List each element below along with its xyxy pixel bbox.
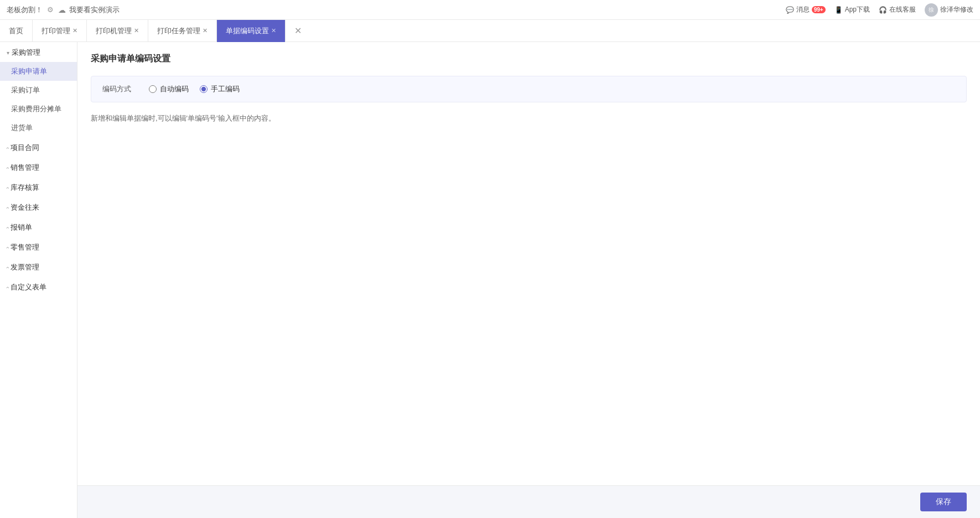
radio-auto-label: 自动编码	[160, 84, 189, 94]
message-button[interactable]: 💬 消息 99+	[786, 5, 826, 14]
content-area: 采购申请单编码设置 编码方式 自动编码 手工编码 新增和编辑单据编时,可以编辑'…	[77, 42, 980, 518]
tab-doc-code-label: 单据编码设置	[226, 26, 269, 36]
chevron-right-icon: ›	[4, 226, 11, 228]
content-inner: 采购申请单编码设置 编码方式 自动编码 手工编码 新增和编辑单据编时,可以编辑'…	[77, 42, 980, 485]
chevron-right-icon: ›	[4, 147, 11, 148]
tab-print-manage[interactable]: 打印管理 ✕	[33, 20, 87, 42]
tab-printer-manage[interactable]: 打印机管理 ✕	[87, 20, 148, 42]
sidebar-group-project-contract: › 项目合同	[0, 137, 77, 157]
sidebar-group-custom-form: › 自定义表单	[0, 277, 77, 297]
tab-print-task-close[interactable]: ✕	[203, 27, 208, 34]
topbar-left: 老板勿割！ ⚙ ☁ 我要看实例演示	[7, 5, 120, 15]
avatar: 徐	[925, 3, 938, 17]
cloud-icon: ☁	[58, 6, 66, 14]
sidebar-group-custom-form-title[interactable]: › 自定义表单	[0, 277, 77, 297]
close-all-tabs-button[interactable]: ✕	[290, 25, 306, 36]
chevron-down-icon: ▾	[7, 50, 9, 56]
app-download-label: App下载	[845, 5, 870, 14]
search-placeholder: 我要看实例演示	[69, 5, 120, 15]
chevron-right-icon: ›	[4, 206, 11, 208]
sidebar-item-purchase-request[interactable]: 采购申请单	[0, 62, 77, 81]
sidebar-item-stock-in[interactable]: 进货单	[0, 118, 77, 137]
tabbar: 首页 打印管理 ✕ 打印机管理 ✕ 打印任务管理 ✕ 单据编码设置 ✕ ✕	[0, 20, 980, 42]
sidebar-group-purchase-label: 采购管理	[12, 48, 40, 58]
sidebar-group-returns-title[interactable]: › 报销单	[0, 217, 77, 237]
sidebar: ▾ 采购管理 采购申请单 采购订单 采购费用分摊单 进货单 › 项目合同	[0, 42, 77, 518]
app-download-button[interactable]: 📱 App下载	[834, 5, 870, 14]
encoding-section: 编码方式 自动编码 手工编码	[91, 76, 967, 102]
chevron-right-icon: ›	[4, 187, 11, 188]
sidebar-group-invoice: › 发票管理	[0, 257, 77, 277]
online-support-label: 在线客服	[889, 5, 916, 14]
sidebar-group-sales: › 销售管理	[0, 157, 77, 177]
encoding-radio-group: 自动编码 手工编码	[149, 84, 240, 94]
radio-auto-encoding[interactable]: 自动编码	[149, 84, 189, 94]
radio-manual-label: 手工编码	[211, 84, 240, 94]
message-badge: 99+	[812, 6, 826, 13]
tab-print-manage-label: 打印管理	[42, 26, 70, 36]
radio-manual-input[interactable]	[200, 85, 208, 93]
tab-doc-code-close[interactable]: ✕	[271, 27, 276, 34]
sidebar-group-retail-title[interactable]: › 零售管理	[0, 237, 77, 257]
sidebar-group-invoice-label: 发票管理	[11, 262, 39, 272]
sidebar-group-returns: › 报销单	[0, 217, 77, 237]
app-download-icon: 📱	[834, 6, 843, 14]
sidebar-group-returns-label: 报销单	[11, 222, 32, 232]
radio-auto-input[interactable]	[149, 85, 157, 93]
sidebar-group-capital-title[interactable]: › 资金往来	[0, 197, 77, 217]
tab-print-task-label: 打印任务管理	[157, 26, 200, 36]
encoding-label: 编码方式	[102, 84, 131, 94]
sidebar-group-inventory: › 库存核算	[0, 177, 77, 197]
sidebar-group-inventory-title[interactable]: › 库存核算	[0, 177, 77, 197]
chevron-right-icon: ›	[4, 286, 11, 288]
page-title: 采购申请单编码设置	[91, 53, 967, 65]
tab-doc-code[interactable]: 单据编码设置 ✕	[217, 20, 286, 42]
sidebar-group-project-contract-title[interactable]: › 项目合同	[0, 137, 77, 157]
sidebar-group-purchase: ▾ 采购管理 采购申请单 采购订单 采购费用分摊单 进货单	[0, 42, 77, 137]
sidebar-group-invoice-title[interactable]: › 发票管理	[0, 257, 77, 277]
sidebar-group-capital-label: 资金往来	[11, 203, 39, 213]
sidebar-group-capital: › 资金往来	[0, 197, 77, 217]
tab-printer-manage-close[interactable]: ✕	[134, 27, 139, 34]
sidebar-group-retail-label: 零售管理	[11, 242, 39, 252]
tab-print-task[interactable]: 打印任务管理 ✕	[148, 20, 217, 42]
chevron-right-icon: ›	[4, 246, 11, 248]
main-layout: ▾ 采购管理 采购申请单 采购订单 采购费用分摊单 进货单 › 项目合同	[0, 42, 980, 518]
online-support-button[interactable]: 🎧 在线客服	[879, 5, 916, 14]
search-bar[interactable]: ☁ 我要看实例演示	[58, 5, 120, 15]
message-label: 消息	[796, 5, 810, 14]
chevron-right-icon: ›	[4, 266, 11, 268]
message-icon: 💬	[786, 6, 794, 14]
headset-icon: 🎧	[879, 6, 887, 14]
sidebar-group-purchase-title[interactable]: ▾ 采购管理	[0, 42, 77, 62]
topbar-right: 💬 消息 99+ 📱 App下载 🎧 在线客服 徐 徐泽华修改	[786, 3, 973, 17]
sidebar-group-sales-label: 销售管理	[11, 163, 39, 173]
sidebar-item-purchase-expense[interactable]: 采购费用分摊单	[0, 100, 77, 118]
user-name: 徐泽华修改	[940, 5, 973, 14]
sidebar-item-purchase-order[interactable]: 采购订单	[0, 81, 77, 100]
sidebar-group-retail: › 零售管理	[0, 237, 77, 257]
radio-manual-encoding[interactable]: 手工编码	[200, 84, 240, 94]
sidebar-group-sales-title[interactable]: › 销售管理	[0, 157, 77, 177]
chevron-right-icon: ›	[4, 167, 11, 168]
sidebar-group-custom-form-label: 自定义表单	[11, 282, 46, 292]
tab-home-label: 首页	[9, 26, 23, 36]
brand-label: 老板勿割！	[7, 5, 43, 15]
content-footer: 保存	[77, 485, 980, 518]
gear-icon[interactable]: ⚙	[47, 6, 54, 14]
tab-print-manage-close[interactable]: ✕	[72, 27, 77, 34]
sidebar-group-inventory-label: 库存核算	[11, 183, 39, 193]
topbar: 老板勿割！ ⚙ ☁ 我要看实例演示 💬 消息 99+ 📱 App下载 🎧 在线客…	[0, 0, 980, 20]
save-button[interactable]: 保存	[920, 493, 967, 511]
description-text: 新增和编辑单据编时,可以编辑'单编码号'输入框中的内容。	[91, 113, 967, 123]
user-menu[interactable]: 徐 徐泽华修改	[925, 3, 973, 17]
tab-home[interactable]: 首页	[0, 20, 33, 42]
sidebar-group-project-contract-label: 项目合同	[11, 143, 39, 153]
tab-printer-manage-label: 打印机管理	[96, 26, 132, 36]
